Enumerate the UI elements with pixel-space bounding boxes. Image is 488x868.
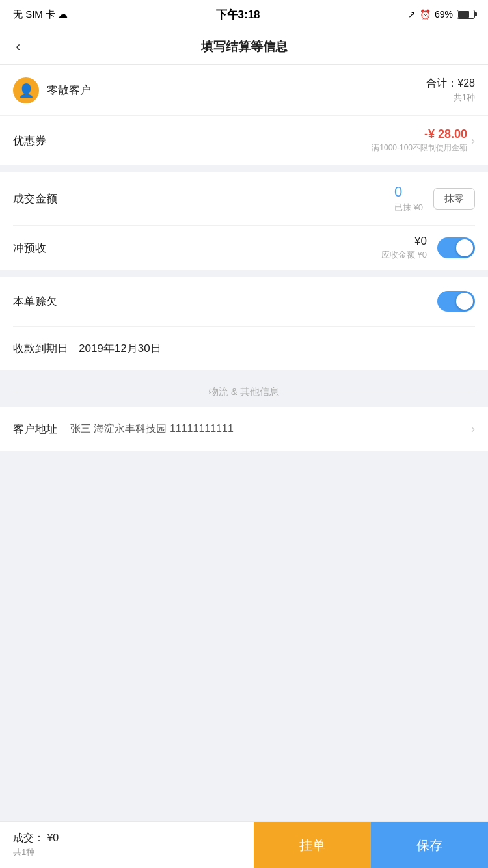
bottom-deal-label: 成交： [13,832,44,843]
battery-text: 69% [435,9,453,20]
logistics-section: 物流 & 其他信息 [0,377,488,407]
address-value: 张三 海淀永丰科技园 11111111111 [70,422,471,436]
status-time: 下午3:18 [216,7,260,22]
back-button[interactable]: ‹ [10,33,25,61]
debt-section: 本单赊欠 收款到期日 2019年12月30日 [0,277,488,370]
debt-toggle[interactable] [437,291,475,312]
status-left: 无 SIM 卡 ☁ [13,8,68,21]
customer-row: 👤 零散客户 合计：¥28 共1种 [0,65,488,115]
debt-toggle-knob [456,293,473,310]
address-label: 客户地址 [13,422,57,437]
prepayment-amounts: ¥0 应收金额 ¥0 [381,235,427,261]
due-date-row: 收款到期日 2019年12月30日 [13,327,475,370]
toggle-knob [456,239,473,256]
coupon-desc: 满1000-100不限制使用金额 [372,142,467,154]
customer-section: 👤 零散客户 合计：¥28 共1种 优惠券 -¥ 28.00 满1000-100… [0,65,488,165]
coupon-info: -¥ 28.00 满1000-100不限制使用金额 [372,128,467,154]
coupon-right: -¥ 28.00 满1000-100不限制使用金额 › [372,128,475,154]
deal-amount-label: 成交金额 [13,191,57,206]
coupon-row[interactable]: 优惠券 -¥ 28.00 满1000-100不限制使用金额 › [0,115,488,165]
avatar-icon: 👤 [18,83,34,98]
alarm-icon: ⏰ [420,9,431,20]
battery-fill [458,11,469,18]
bottom-deal-row: 成交： ¥0 [13,832,241,845]
deal-section: 成交金额 0 已抹 ¥0 抹零 冲预收 ¥0 应收金额 ¥0 [0,172,488,270]
status-right: ↗ ⏰ 69% [408,9,475,20]
location-icon: ↗ [408,9,416,20]
address-row[interactable]: 客户地址 张三 海淀永丰科技园 11111111111 › [13,407,475,451]
prepayment-label: 冲预收 [13,241,46,256]
prepayment-toggle[interactable] [437,237,475,258]
prepayment-value: ¥0 [381,235,427,248]
prepayment-row: 冲预收 ¥0 应收金额 ¥0 [13,226,475,270]
deal-amount-row: 成交金额 0 已抹 ¥0 抹零 [13,172,475,226]
due-date-value: 2019年12月30日 [79,341,161,356]
total-amount: 合计：¥28 [426,77,475,90]
deal-amount-sub: 已抹 ¥0 [394,202,423,213]
logistics-divider: 物流 & 其他信息 [0,377,488,407]
status-bar: 无 SIM 卡 ☁ 下午3:18 ↗ ⏰ 69% [0,0,488,29]
bottom-deal-value: ¥0 [47,832,59,843]
deal-amount-value: 0 [394,183,423,200]
round-zero-button[interactable]: 抹零 [433,188,475,210]
avatar: 👤 [13,77,39,103]
divider-line-right [286,392,475,392]
nav-bar: ‹ 填写结算等信息 [0,29,488,65]
hold-order-button[interactable]: 挂单 [254,822,371,868]
bottom-count: 共1种 [13,847,241,858]
bottom-info: 成交： ¥0 共1种 [0,822,254,868]
logistics-label: 物流 & 其他信息 [209,386,279,398]
battery-icon [457,10,475,19]
divider-line-left [13,392,202,392]
prepayment-right: ¥0 应收金额 ¥0 [381,235,475,261]
debt-label: 本单赊欠 [13,294,57,309]
customer-right: 合计：¥28 共1种 [426,77,475,103]
empty-space [0,451,488,581]
customer-name: 零散客户 [47,83,91,98]
chevron-right-icon: › [471,134,475,148]
deal-amount-right: 0 已抹 ¥0 抹零 [394,183,475,213]
address-chevron-icon: › [471,422,475,436]
debt-row: 本单赊欠 [13,277,475,327]
total-count: 共1种 [426,92,475,103]
coupon-label: 优惠券 [13,133,46,148]
bottom-bar: 成交： ¥0 共1种 挂单 保存 [0,821,488,868]
page-title: 填写结算等信息 [201,38,288,55]
coupon-discount: -¥ 28.00 [372,128,467,141]
customer-left: 👤 零散客户 [13,77,91,103]
no-sim-text: 无 SIM 卡 ☁ [13,8,68,21]
save-button[interactable]: 保存 [371,822,488,868]
address-section: 客户地址 张三 海淀永丰科技园 11111111111 › [0,407,488,451]
prepayment-sub: 应收金额 ¥0 [381,249,427,261]
due-date-label: 收款到期日 [13,341,68,356]
